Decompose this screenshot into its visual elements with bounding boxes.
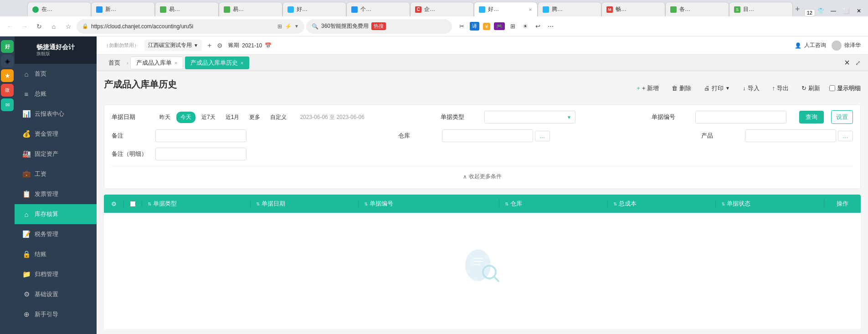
bookmark-button[interactable]: ☆	[62, 20, 75, 33]
import-button[interactable]: ↓ 导入	[739, 82, 763, 94]
address-dropdown-icon[interactable]: ▼	[294, 24, 299, 29]
date-btn-today[interactable]: 今天	[176, 112, 195, 123]
user-profile[interactable]: 徐泽华	[832, 41, 861, 51]
sidebar-item-inventory[interactable]: ⌂ 库存核算	[15, 204, 97, 224]
date-btn-yesterday[interactable]: 昨天	[155, 112, 175, 123]
sidebar-item-closing[interactable]: 🔒 结账	[15, 244, 97, 264]
browser-tab-4[interactable]: 易…	[219, 2, 282, 16]
sidebar-item-ledger[interactable]: ≡ 总账	[15, 84, 97, 104]
url-bar[interactable]: 🔒 https://cloud.chanjet.com/accounting/u…	[77, 19, 304, 34]
sun-icon[interactable]: ☀	[521, 21, 530, 31]
sidebar-item-guide[interactable]: ⊕ 新手引导	[15, 304, 97, 324]
delete-button[interactable]: 🗑 删除	[668, 82, 695, 94]
sidebar-item-reports[interactable]: 📊 云报表中心	[15, 104, 97, 124]
browser-tab-7[interactable]: C 企…	[410, 2, 474, 16]
reload-button[interactable]: ↻	[33, 20, 46, 33]
browser-tab-8[interactable]: 好… ×	[474, 2, 538, 16]
translate-icon[interactable]: 译	[470, 22, 479, 31]
th-num[interactable]: ⇅ 单据编号	[359, 200, 499, 208]
product-browse-button[interactable]: ...	[838, 131, 853, 141]
app-icon-mail[interactable]: ✉	[1, 98, 14, 111]
warehouse-input[interactable]	[442, 129, 533, 142]
date-btn-custom[interactable]: 自定义	[266, 112, 291, 123]
add-button[interactable]: + + 新增	[633, 82, 663, 94]
collapse-button[interactable]: ∧ 收起更多条件	[460, 170, 504, 183]
app-icon-2[interactable]: ◈	[1, 55, 14, 67]
print-button[interactable]: 🖨 打印 ▼	[700, 82, 734, 94]
memo-detail-input[interactable]	[155, 148, 247, 160]
tab-voucher-history[interactable]: 产成品入库单历史 ×	[185, 57, 249, 69]
forward-button[interactable]: →	[18, 20, 31, 33]
th-checkbox[interactable]	[124, 201, 142, 207]
browser-tab-12[interactable]: S 目…	[729, 2, 793, 16]
memo-input[interactable]	[155, 129, 247, 142]
panel-expand-button[interactable]: ⤢	[855, 59, 861, 67]
sidebar-item-archive[interactable]: 📁 归档管理	[15, 264, 97, 284]
tab-voucher-list-close[interactable]: ×	[175, 60, 177, 66]
browser-tab-6[interactable]: 个…	[346, 2, 410, 16]
add-company-button[interactable]: +	[207, 41, 211, 50]
company-settings-icon[interactable]: ⚙	[217, 42, 223, 49]
user-service[interactable]: 👤 人工咨询	[795, 41, 826, 49]
window-maximize-button[interactable]: ⬜	[841, 5, 852, 16]
tab-close-8[interactable]: ×	[528, 6, 533, 13]
sidebar-item-home[interactable]: ⌂ 首页	[15, 64, 97, 84]
calendar-icon[interactable]: 📅	[265, 42, 272, 49]
voucher-num-input[interactable]	[695, 111, 786, 123]
voucher-type-select[interactable]: ▼	[484, 111, 575, 123]
browser-tab-11[interactable]: 各…	[665, 2, 729, 16]
display-detail-checkbox[interactable]	[829, 85, 835, 91]
sidebar-item-assets[interactable]: 🏭 固定资产	[15, 144, 97, 164]
gamepad-icon[interactable]: 🎮	[494, 22, 505, 30]
browser-tab-5[interactable]: 好…	[282, 2, 346, 16]
th-type[interactable]: ⇅ 单据类型	[142, 200, 251, 208]
select-all-checkbox[interactable]	[130, 201, 136, 207]
date-btn-month[interactable]: 近1月	[221, 112, 244, 123]
undo-icon[interactable]: ↩	[534, 21, 542, 31]
window-minimize-button[interactable]: —	[828, 5, 839, 16]
company-selector[interactable]: 江西碳宝测试专用 ▼	[144, 40, 202, 51]
refresh-button[interactable]: ↻ 刷新	[798, 82, 824, 94]
currency-icon[interactable]: ¥	[483, 23, 490, 30]
date-btn-week[interactable]: 近7天	[197, 112, 220, 123]
browser-tab-9[interactable]: 腾…	[538, 2, 601, 16]
browser-tab-3[interactable]: 易…	[155, 2, 219, 16]
settings-button[interactable]: 设置	[831, 110, 853, 124]
sidebar-item-funds[interactable]: 💰 资金管理	[15, 124, 97, 144]
home-button[interactable]: ⌂	[47, 20, 60, 33]
tab-count[interactable]: 12	[804, 9, 815, 16]
date-btn-more[interactable]: 更多	[245, 112, 264, 123]
app-icon-changjie[interactable]: 好	[1, 40, 14, 53]
browser-tab-10[interactable]: M 畅…	[601, 2, 665, 16]
sidebar-item-payroll[interactable]: 💼 工资	[15, 164, 97, 184]
product-input[interactable]	[745, 129, 836, 142]
tab-voucher-history-close[interactable]: ×	[241, 60, 243, 66]
sidebar-item-settings[interactable]: ⚙ 基础设置	[15, 284, 97, 304]
app-icon-star[interactable]: ★	[1, 69, 14, 82]
th-gear[interactable]: ⚙	[104, 200, 124, 207]
print-dropdown-icon: ▼	[725, 86, 730, 91]
app-icon-weibo[interactable]: 微	[1, 84, 14, 97]
grid-view-icon[interactable]: ⊞	[508, 21, 517, 31]
th-cost[interactable]: ⇅ 总成本	[608, 200, 716, 208]
sidebar-item-tax[interactable]: 📝 税务管理	[15, 224, 97, 244]
th-status[interactable]: ⇅ 单据状态	[716, 200, 824, 208]
new-tab-button[interactable]: +	[793, 2, 802, 16]
browser-tab-1[interactable]: 在…	[27, 2, 91, 16]
search-bar[interactable]: 🔍 360智能抠图免费用 热搜	[306, 19, 452, 34]
th-warehouse[interactable]: ⇅ 仓库	[499, 200, 608, 208]
tab-voucher-list[interactable]: 产成品入库单 ×	[130, 57, 183, 69]
back-button[interactable]: ←	[4, 20, 16, 33]
warehouse-browse-button[interactable]: ...	[535, 131, 550, 141]
breadcrumb-home[interactable]: 首页	[104, 57, 125, 69]
th-date[interactable]: ⇅ 单据日期	[251, 200, 359, 208]
more-options-icon[interactable]: ⋯	[546, 21, 555, 31]
window-close-button[interactable]: ✕	[853, 5, 864, 16]
sidebar-item-invoice[interactable]: 📋 发票管理	[15, 184, 97, 204]
display-detail-toggle[interactable]: 显示明细	[829, 84, 861, 92]
export-button[interactable]: ↑ 导出	[769, 82, 793, 94]
scissors-icon[interactable]: ✂	[457, 21, 466, 31]
query-button[interactable]: 查询	[799, 111, 824, 123]
browser-tab-2[interactable]: 新…	[91, 2, 155, 16]
panel-close-button[interactable]: ×	[841, 57, 853, 68]
